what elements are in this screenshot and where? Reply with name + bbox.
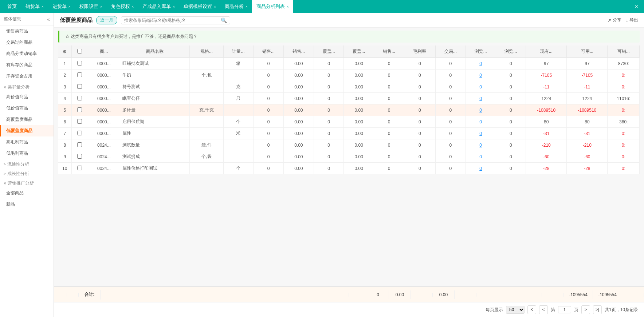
row-browse1[interactable]: 0 — [466, 116, 496, 128]
sidebar-item-low-gross[interactable]: 低毛利商品 — [0, 148, 54, 159]
th-sale3[interactable]: 销售... — [374, 45, 404, 58]
row-browse1[interactable]: 0 — [466, 104, 496, 116]
row-checkbox[interactable] — [77, 131, 82, 135]
current-page-input[interactable] — [558, 306, 571, 313]
row-checkbox[interactable] — [77, 61, 82, 66]
row-checkbox[interactable] — [77, 107, 82, 112]
row-check[interactable] — [71, 128, 88, 139]
row-available: 0: — [608, 81, 640, 93]
nav-product-inbound-close[interactable]: × — [173, 5, 175, 9]
sidebar-section-marketing[interactable]: ∨ 营销推广分析 — [0, 178, 54, 187]
sidebar-item-high-value[interactable]: 高价值商品 — [0, 91, 54, 103]
sidebar-item-new-goods[interactable]: 新品 — [0, 199, 54, 210]
th-name[interactable]: 商品名称 — [120, 45, 190, 58]
row-browse1[interactable]: 0 — [466, 70, 496, 81]
window-close-btn[interactable]: × — [632, 3, 641, 10]
row-check[interactable] — [71, 163, 88, 174]
row-checkbox[interactable] — [77, 119, 82, 124]
share-button[interactable]: ↗ 分享 — [608, 17, 621, 23]
sidebar-collapse-btn[interactable]: « — [47, 16, 50, 22]
nav-template[interactable]: 单据模板设置 × — [179, 0, 220, 13]
row-checkbox[interactable] — [77, 142, 82, 147]
th-unit[interactable]: 计量... — [223, 45, 254, 58]
row-check[interactable] — [71, 104, 88, 116]
nav-product-analysis[interactable]: 商品分析 × — [220, 0, 252, 13]
sidebar-item-high-coverage[interactable]: 高覆盖度商品 — [0, 114, 54, 125]
th-trade[interactable]: 交易... — [436, 45, 466, 58]
sidebar-item-category-rate[interactable]: 商品分类动销率 — [0, 48, 54, 59]
nav-home[interactable]: 首页 — [3, 0, 21, 13]
row-browse1[interactable]: 0 — [466, 128, 496, 139]
sidebar-section-growth[interactable]: > 成长性分析 — [0, 169, 54, 178]
row-checkbox[interactable] — [77, 72, 82, 77]
nav-purchase-order[interactable]: 进货单 × — [48, 0, 75, 13]
th-sale1[interactable]: 销售... — [254, 45, 284, 58]
row-checkbox[interactable] — [77, 84, 82, 89]
nav-product-analysis-list-close[interactable]: × — [287, 5, 289, 9]
select-all-checkbox[interactable] — [77, 49, 82, 54]
nav-template-close[interactable]: × — [214, 5, 216, 9]
row-browse1[interactable]: 0 — [466, 163, 496, 174]
th-cover2[interactable]: 覆盖... — [344, 45, 374, 58]
th-sale2[interactable]: 销售... — [283, 45, 314, 58]
row-check[interactable] — [71, 81, 88, 93]
sidebar-item-high-gross[interactable]: 高毛利商品 — [0, 136, 54, 148]
sidebar-item-low-coverage[interactable]: 低覆盖度商品 — [0, 125, 54, 136]
nav-sales-order[interactable]: 销货单 × — [21, 0, 48, 13]
sidebar-item-all-goods[interactable]: 全部商品 — [0, 187, 54, 199]
row-checkbox[interactable] — [77, 154, 82, 159]
row-browse1[interactable]: 0 — [466, 93, 496, 104]
sidebar-item-traded-goods[interactable]: 交易过的商品 — [0, 37, 54, 48]
nav-purchase-order-close[interactable]: × — [68, 5, 71, 9]
nav-role-auth-close[interactable]: × — [132, 5, 134, 9]
nav-product-analysis-close[interactable]: × — [246, 5, 248, 9]
next-page-btn[interactable]: > — [581, 305, 590, 314]
nav-product-analysis-list[interactable]: 商品分析列表 × — [252, 0, 293, 13]
nav-product-inbound[interactable]: 产成品入库单 × — [138, 0, 179, 13]
th-cover1[interactable]: 覆盖... — [314, 45, 344, 58]
row-check[interactable] — [71, 70, 88, 81]
th-browse1[interactable]: 浏览... — [466, 45, 496, 58]
row-trade: 0 — [436, 81, 466, 93]
th-spec[interactable]: 规格... — [190, 45, 223, 58]
row-code: 0024... — [88, 151, 120, 163]
row-check[interactable] — [71, 93, 88, 104]
nav-permission-close[interactable]: × — [100, 5, 102, 9]
row-browse1[interactable]: 0 — [466, 139, 496, 151]
th-stock2[interactable]: 可用... — [567, 45, 608, 58]
row-check[interactable] — [71, 139, 88, 151]
search-input[interactable] — [124, 18, 221, 23]
row-spec — [190, 81, 223, 93]
row-check[interactable] — [71, 151, 88, 163]
row-browse1[interactable]: 0 — [466, 81, 496, 93]
th-check[interactable] — [71, 45, 88, 58]
nav-role-auth[interactable]: 角色授权 × — [107, 0, 138, 13]
th-gross[interactable]: 毛利率 — [404, 45, 435, 58]
sidebar-item-low-value[interactable]: 低价值商品 — [0, 103, 54, 114]
th-settings[interactable]: ⚙ — [58, 45, 71, 58]
sidebar-item-sales-goods[interactable]: 销售类商品 — [0, 25, 54, 37]
page-size-select[interactable]: 50 10 20 100 — [506, 306, 525, 314]
row-gross: 0 — [404, 104, 435, 116]
nav-sales-order-close[interactable]: × — [42, 5, 44, 9]
th-stock1[interactable]: 现有... — [526, 45, 567, 58]
row-checkbox[interactable] — [77, 166, 82, 170]
row-check[interactable] — [71, 116, 88, 128]
row-checkbox[interactable] — [77, 96, 82, 100]
nav-permission[interactable]: 权限设置 × — [75, 0, 107, 13]
export-button[interactable]: ↓ 导出 — [626, 17, 638, 23]
period-button[interactable]: 近一月 — [96, 16, 117, 24]
first-page-btn[interactable]: K — [527, 305, 536, 314]
row-browse1[interactable]: 0 — [466, 151, 496, 163]
prev-page-btn[interactable]: < — [539, 305, 548, 314]
th-browse2[interactable]: 浏览... — [496, 45, 526, 58]
sidebar-item-in-stock[interactable]: 有库存的商品 — [0, 59, 54, 71]
sidebar-section-circulation[interactable]: > 流通性分析 — [0, 159, 54, 169]
th-code[interactable]: 商... — [88, 45, 120, 58]
sidebar-section-group-analysis[interactable]: ∨ 类群量分析 — [0, 82, 54, 91]
row-check[interactable] — [71, 58, 88, 70]
sidebar-item-stock-capital[interactable]: 库存资金占用 — [0, 71, 54, 82]
last-page-btn[interactable]: >| — [593, 305, 602, 314]
row-browse1[interactable]: 0 — [466, 58, 496, 70]
th-available[interactable]: 可销... — [608, 45, 640, 58]
